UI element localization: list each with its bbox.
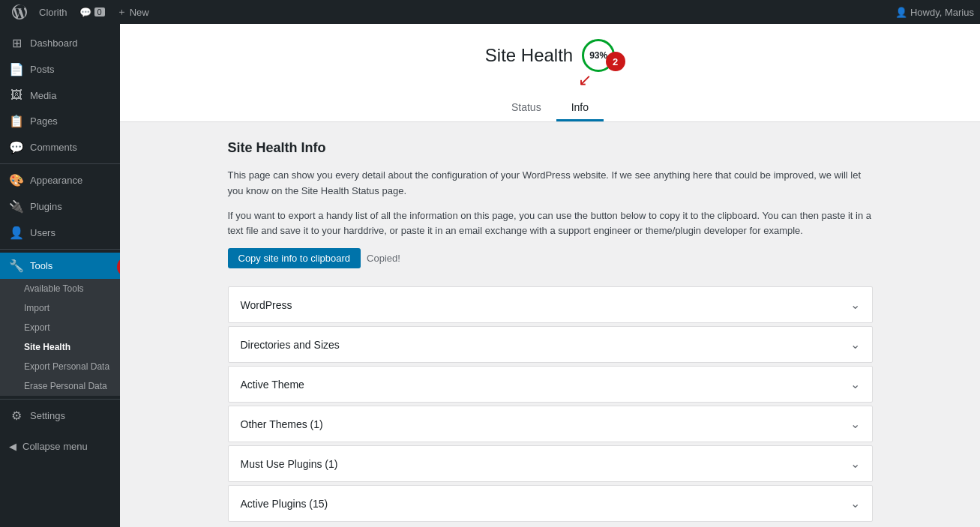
comments-link[interactable]: 💬 0: [73, 7, 111, 18]
accordion-must-use-plugins: Must Use Plugins (1) ⌄: [228, 445, 873, 482]
accordion-header-other-themes[interactable]: Other Themes (1) ⌄: [229, 406, 872, 442]
chevron-active-theme: ⌄: [850, 377, 860, 391]
chevron-wordpress: ⌄: [850, 298, 860, 312]
sidebar-item-users[interactable]: 👤 Users: [0, 220, 120, 246]
step-badge-2: 2: [606, 52, 625, 71]
accordion-active-theme: Active Theme ⌄: [228, 366, 873, 403]
content-body: Site Health Info This page can show you …: [213, 122, 888, 527]
accordion-header-directories[interactable]: Directories and Sizes ⌄: [229, 327, 872, 362]
user-info[interactable]: 👤 Howdy, Marius: [895, 7, 974, 18]
site-name[interactable]: Clorith: [33, 7, 73, 18]
sidebar-item-media[interactable]: 🖼 Media: [0, 82, 120, 108]
sidebar-item-comments[interactable]: 💬 Comments: [0, 134, 120, 160]
posts-icon: 📄: [9, 62, 24, 76]
chevron-must-use-plugins: ⌄: [850, 457, 860, 471]
submenu-export[interactable]: Export: [0, 318, 120, 337]
tools-section: 🔧 Tools ◀ 1: [0, 253, 120, 279]
media-icon: 🖼: [9, 88, 24, 102]
submenu-import[interactable]: Import: [0, 298, 120, 318]
chevron-active-plugins: ⌄: [850, 496, 860, 511]
submenu-available-tools[interactable]: Available Tools: [0, 279, 120, 298]
pages-icon: 📋: [9, 114, 24, 128]
comment-count: 0: [94, 7, 105, 16]
sidebar-item-settings[interactable]: ⚙ Settings: [0, 403, 120, 429]
collapse-menu-button[interactable]: ◀ Collapse menu: [0, 435, 120, 458]
accordion-directories: Directories and Sizes ⌄: [228, 326, 873, 363]
copied-indicator: Copied!: [367, 253, 400, 264]
copy-button[interactable]: Copy site info to clipboard: [228, 248, 361, 268]
collapse-icon: ◀: [9, 441, 16, 452]
tab-info[interactable]: Info: [556, 95, 604, 121]
sidebar-item-posts[interactable]: 📄 Posts: [0, 56, 120, 82]
main-content: Site Health 93% 2 ↙ Status Info Site Hea…: [120, 24, 980, 527]
section-title: Site Health Info: [228, 140, 873, 156]
accordion-header-active-theme[interactable]: Active Theme ⌄: [229, 367, 872, 402]
tools-icon: 🔧: [9, 259, 24, 273]
accordion-header-must-use-plugins[interactable]: Must Use Plugins (1) ⌄: [229, 446, 872, 481]
page-header: Site Health 93% 2 ↙ Status Info: [120, 24, 980, 122]
admin-bar: Clorith 💬 0 ＋ New 👤 Howdy, Marius: [0, 0, 980, 24]
chevron-directories: ⌄: [850, 337, 860, 352]
new-content-button[interactable]: ＋ New: [111, 5, 155, 19]
accordion-wordpress: WordPress ⌄: [228, 286, 873, 323]
accordion-other-themes: Other Themes (1) ⌄: [228, 406, 873, 442]
sidebar: ⊞ Dashboard 📄 Posts 🖼 Media 📋 Pages 💬 Co…: [0, 24, 120, 527]
accordion-list: WordPress ⌄ Directories and Sizes ⌄ Acti…: [228, 286, 873, 522]
submenu-site-health[interactable]: Site Health: [0, 337, 120, 357]
description-2: If you want to export a handy list of al…: [228, 208, 873, 240]
appearance-icon: 🎨: [9, 173, 24, 187]
tab-navigation: Status Info: [120, 95, 980, 121]
chevron-other-themes: ⌄: [850, 417, 860, 431]
submenu-export-personal-data[interactable]: Export Personal Data: [0, 357, 120, 376]
plugins-icon: 🔌: [9, 199, 24, 214]
description-1: This page can show you every detail abou…: [228, 168, 873, 199]
step-arrow-2: ↙: [578, 70, 592, 90]
sidebar-item-dashboard[interactable]: ⊞ Dashboard: [0, 30, 120, 56]
wp-logo[interactable]: [6, 4, 33, 19]
comments-icon: 💬: [9, 140, 24, 154]
sidebar-item-pages[interactable]: 📋 Pages: [0, 108, 120, 134]
accordion-active-plugins: Active Plugins (15) ⌄: [228, 485, 873, 522]
title-row: Site Health 93%: [120, 39, 980, 72]
accordion-header-active-plugins[interactable]: Active Plugins (15) ⌄: [229, 486, 872, 521]
sidebar-item-tools[interactable]: 🔧 Tools ◀: [0, 253, 120, 279]
sidebar-item-plugins[interactable]: 🔌 Plugins: [0, 193, 120, 220]
accordion-header-wordpress[interactable]: WordPress ⌄: [229, 287, 872, 322]
users-icon: 👤: [9, 226, 24, 240]
sidebar-item-appearance[interactable]: 🎨 Appearance: [0, 167, 120, 193]
page-title: Site Health: [485, 45, 573, 66]
copy-row: Copy site info to clipboard Copied!: [228, 248, 873, 268]
tab-status[interactable]: Status: [496, 95, 556, 121]
tools-submenu: Available Tools Import Export Site Healt…: [0, 279, 120, 396]
settings-icon: ⚙: [9, 409, 24, 423]
dashboard-icon: ⊞: [9, 36, 24, 50]
submenu-erase-personal-data[interactable]: Erase Personal Data: [0, 376, 120, 396]
